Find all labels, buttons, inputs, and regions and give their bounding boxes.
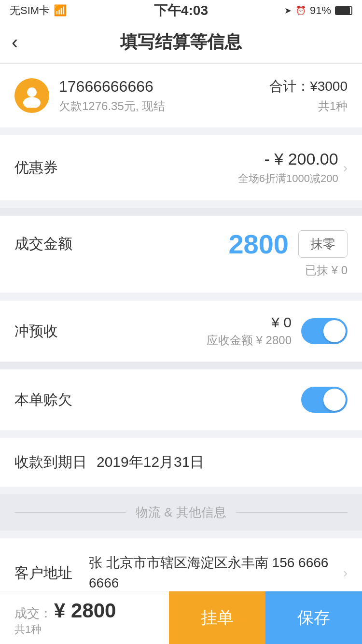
svg-point-0 (27, 87, 37, 97)
bottom-count: 共1种 (14, 622, 154, 637)
save-button[interactable]: 保存 (265, 591, 362, 644)
main-content: 17666666666 欠款1276.35元, 现结 合计：¥3000 共1种 … (0, 64, 362, 644)
logistics-text: 物流 & 其他信息 (126, 504, 236, 521)
chevron-right-icon: › (343, 160, 348, 176)
toggle-knob (323, 320, 346, 342)
customer-debt: 欠款1276.35元, 现结 (59, 98, 165, 114)
total-count: 共1种 (269, 98, 348, 114)
back-button[interactable]: ‹ (12, 31, 18, 53)
svg-point-1 (23, 97, 41, 108)
coupon-row[interactable]: 优惠券 - ¥ 200.00 全场6折满1000减200 › (0, 135, 362, 200)
nav-bar: ‹ 填写结算等信息 (0, 21, 362, 64)
fuzero-button[interactable]: 抹零 (298, 230, 348, 258)
debt-label: 本单赊欠 (14, 390, 72, 410)
duedate-row: 收款到期日 2019年12月31日 (0, 438, 362, 487)
coupon-section: 优惠券 - ¥ 200.00 全场6折满1000减200 › (0, 135, 362, 200)
status-left: 无SIM卡 📶 (10, 3, 67, 18)
coupon-row-right: - ¥ 200.00 全场6折满1000减200 › (238, 150, 348, 186)
customer-card: 17666666666 欠款1276.35元, 现结 合计：¥3000 共1种 (0, 64, 362, 127)
deal-amount-value: 2800 (228, 231, 289, 258)
page-title: 填写结算等信息 (120, 30, 242, 54)
battery-text: 91% (310, 4, 331, 17)
bottom-deal-label: 成交： (14, 605, 52, 622)
duedate-label: 收款到期日 (14, 452, 87, 472)
customer-info: 17666666666 欠款1276.35元, 现结 (59, 78, 165, 114)
total-amount: 合计：¥3000 (269, 77, 348, 96)
coupon-desc: 全场6折满1000减200 (238, 171, 338, 186)
status-right: ➤ ⏰ 91% (284, 4, 352, 17)
prepay-row: 冲预收 ¥ 0 应收金额 ¥ 2800 (0, 300, 362, 362)
prepay-toggle[interactable] (301, 318, 348, 344)
bottom-deal-amount: ¥ 2800 (54, 599, 116, 622)
divider-1 (0, 208, 362, 216)
coupon-label: 优惠券 (14, 158, 58, 178)
deal-right: 2800 抹零 (228, 230, 348, 258)
carrier-text: 无SIM卡 (10, 3, 50, 18)
prepay-sub: 应收金额 ¥ 2800 (207, 333, 292, 348)
duedate-value: 2019年12月31日 (97, 452, 204, 472)
customer-left: 17666666666 欠款1276.35元, 现结 (14, 78, 165, 114)
logistics-line-left (14, 512, 126, 513)
customer-right: 合计：¥3000 共1种 (269, 77, 348, 114)
debt-toggle[interactable] (301, 387, 348, 413)
battery-icon (335, 6, 352, 15)
address-value: 张 北京市市辖区海淀区永丰南 156 6666 6666 (89, 553, 332, 593)
debt-toggle-knob (323, 389, 346, 411)
location-icon: ➤ (284, 5, 292, 16)
wifi-icon: 📶 (54, 4, 67, 17)
hold-button[interactable]: 挂单 (169, 591, 265, 644)
logistics-line-right (236, 512, 348, 513)
coupon-values: - ¥ 200.00 全场6折满1000减200 (238, 150, 338, 186)
deal-amount-label: 成交金额 (14, 234, 72, 254)
deal-amount-row: 成交金额 2800 抹零 (14, 230, 348, 258)
bottom-summary: 成交： ¥ 2800 共1种 (0, 599, 169, 637)
deal-sub-text: 已抹 ¥ 0 (14, 263, 348, 278)
logistics-divider: 物流 & 其他信息 (0, 494, 362, 531)
customer-phone: 17666666666 (59, 78, 165, 96)
prepay-right: ¥ 0 应收金额 ¥ 2800 (207, 314, 348, 348)
address-chevron-icon: › (343, 565, 348, 581)
status-time: 下午4:03 (154, 1, 208, 20)
prepay-amount: ¥ 0 (207, 314, 292, 331)
coupon-amount: - ¥ 200.00 (238, 150, 338, 168)
alarm-icon: ⏰ (295, 5, 306, 16)
debt-row: 本单赊欠 (0, 369, 362, 430)
deal-section: 成交金额 2800 抹零 已抹 ¥ 0 (0, 216, 362, 293)
prepay-label: 冲预收 (14, 322, 58, 341)
address-label: 客户地址 (14, 563, 77, 583)
divider-2 (0, 362, 362, 369)
prepay-value-col: ¥ 0 应收金额 ¥ 2800 (207, 314, 292, 348)
bottom-bar: 成交： ¥ 2800 共1种 挂单 保存 (0, 591, 362, 644)
avatar (14, 78, 49, 113)
status-bar: 无SIM卡 📶 下午4:03 ➤ ⏰ 91% (0, 0, 362, 21)
